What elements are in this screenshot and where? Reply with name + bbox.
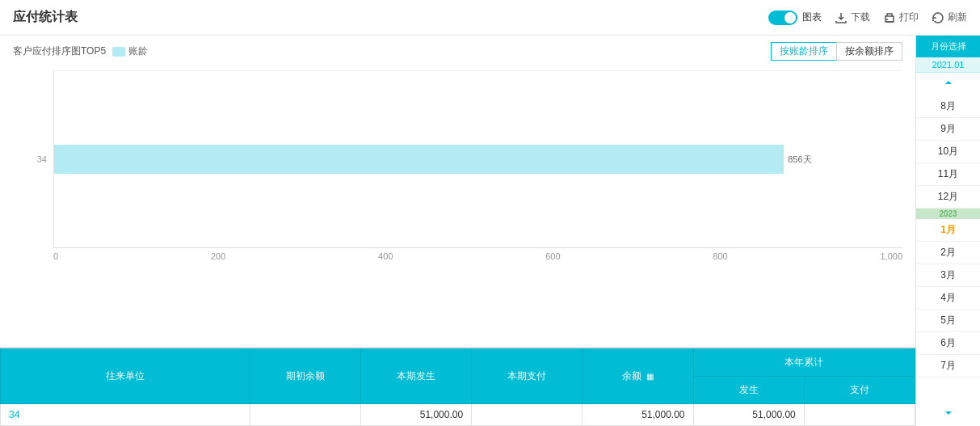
col-annual-occur-header: 发生	[693, 377, 804, 404]
chart-container: 34 856天 0 200 400	[0, 64, 915, 347]
cell-annual-pay	[804, 404, 915, 426]
refresh-label: 刷新	[948, 11, 967, 24]
print-button[interactable]: 打印	[883, 11, 919, 24]
refresh-button[interactable]: 刷新	[932, 11, 967, 24]
x-label-200: 200	[211, 251, 225, 261]
month-item-8[interactable]: 8月	[916, 95, 980, 118]
month-item-3[interactable]: 3月	[916, 264, 980, 287]
data-table: 往来单位 期初余额 本期发生 本期支付 余额 ▦ 本年累计 发生	[0, 348, 915, 426]
toggle-label: 图表	[802, 11, 822, 24]
unit-link[interactable]: 34	[9, 409, 19, 420]
download-icon	[835, 11, 848, 24]
cell-balance: 51,000.00	[583, 404, 693, 426]
year-marker-2023: 2023	[916, 209, 980, 219]
cell-payment	[472, 404, 583, 426]
cell-annual-occur: 51,000.00	[693, 404, 804, 426]
month-item-11[interactable]: 11月	[916, 163, 980, 186]
page-title: 应付统计表	[13, 9, 78, 26]
chart-toggle-wrapper[interactable]: 图表	[768, 11, 822, 25]
download-button[interactable]: 下载	[835, 11, 870, 24]
chart-toggle[interactable]	[768, 11, 797, 25]
scroll-up-button[interactable]	[916, 73, 980, 95]
x-label-0: 0	[53, 251, 58, 261]
col-annual-header: 本年累计	[693, 349, 915, 377]
refresh-icon	[932, 11, 944, 24]
month-item-4[interactable]: 4月	[916, 287, 980, 310]
legend-title: 客户应付排序图TOP5	[13, 44, 106, 58]
chart-bar	[54, 145, 784, 174]
x-label-800: 800	[713, 251, 727, 261]
month-item-5[interactable]: 5月	[916, 310, 980, 332]
print-icon	[883, 11, 896, 24]
col-current-header: 本期发生	[360, 349, 471, 404]
col-opening-header: 期初余额	[250, 349, 360, 404]
data-table-section: 往来单位 期初余额 本期发生 本期支付 余额 ▦ 本年累计 发生	[0, 347, 915, 426]
col-unit-header: 往来单位	[1, 349, 250, 404]
sidebar-header: 月份选择	[916, 36, 980, 57]
cell-current: 51,000.00	[360, 404, 471, 426]
col-payment-header: 本期支付	[472, 349, 583, 404]
sort-by-age-button[interactable]: 按账龄排序	[771, 42, 836, 61]
header-actions: 图表 下载 打印 刷新	[768, 11, 967, 25]
print-label: 打印	[899, 11, 919, 24]
month-item-6[interactable]: 6月	[916, 332, 980, 355]
download-label: 下载	[851, 11, 870, 24]
cell-unit: 34	[1, 404, 250, 426]
x-label-1000: 1,000	[880, 251, 902, 261]
month-item-9[interactable]: 9月	[916, 118, 980, 141]
legend-item-label: 账龄	[128, 44, 148, 58]
current-year-display[interactable]: 2021.01	[916, 57, 980, 73]
month-list: 8月 9月 10月 11月 12月 2023 1月 2月 3月 4月 5月 6月…	[916, 95, 980, 403]
bar-value-label: 856天	[788, 153, 811, 165]
month-item-10[interactable]: 10月	[916, 141, 980, 163]
chart-header: 客户应付排序图TOP5 账龄 按账龄排序 按余额排序	[0, 36, 915, 64]
sort-buttons: 按账龄排序 按余额排序	[771, 42, 902, 61]
month-item-1[interactable]: 1月	[916, 219, 980, 242]
scroll-down-button[interactable]	[916, 403, 980, 426]
chevron-down-icon	[942, 407, 955, 420]
table-row: 34 51,000.00 51,000.00 51,000.00	[1, 404, 915, 426]
sort-by-balance-button[interactable]: 按余额排序	[836, 42, 902, 61]
month-sidebar: 月份选择 2021.01 8月 9月 10月 11月 12月 2023	[915, 36, 980, 426]
x-label-400: 400	[378, 251, 393, 261]
cell-opening	[250, 404, 360, 426]
chevron-up-icon	[942, 76, 955, 89]
col-annual-pay-header: 支付	[804, 377, 915, 404]
month-item-2[interactable]: 2月	[916, 242, 980, 264]
col-balance-header: 余额 ▦	[583, 349, 693, 404]
legend-color-box	[112, 47, 125, 57]
chart-legend: 客户应付排序图TOP5 账龄	[13, 44, 148, 58]
x-label-600: 600	[545, 251, 560, 261]
month-item-12[interactable]: 12月	[916, 186, 980, 209]
month-item-7[interactable]: 7月	[916, 355, 980, 377]
y-axis-label: 34	[37, 154, 47, 164]
legend-item: 账龄	[112, 44, 148, 58]
